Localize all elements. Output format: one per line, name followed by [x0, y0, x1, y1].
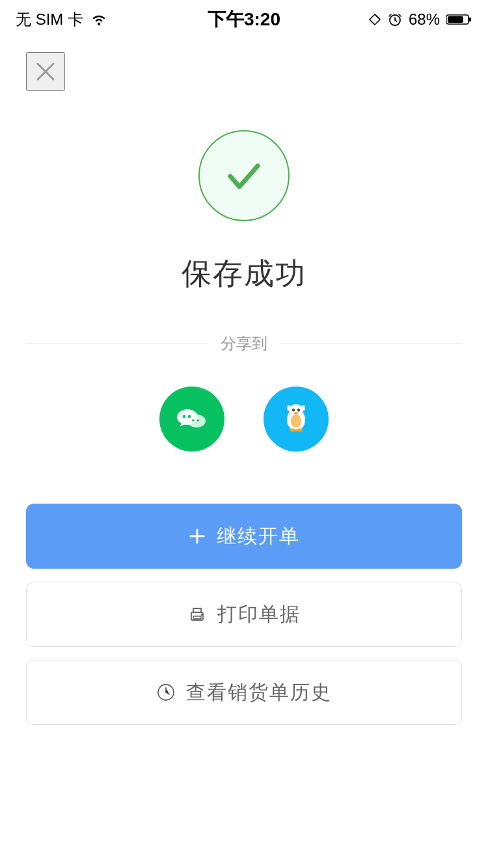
- svg-point-22: [301, 405, 305, 411]
- continue-button[interactable]: 继续开单: [26, 504, 462, 569]
- status-right: 68%: [368, 10, 472, 29]
- svg-point-17: [294, 412, 299, 414]
- close-icon: [34, 60, 57, 83]
- svg-point-15: [293, 409, 295, 410]
- battery-percent: 68%: [409, 10, 440, 29]
- svg-point-25: [201, 614, 203, 616]
- svg-point-21: [287, 405, 291, 411]
- share-icons: [26, 387, 462, 452]
- success-circle: [198, 130, 290, 221]
- divider-left: [26, 344, 208, 344]
- svg-point-14: [297, 409, 300, 412]
- svg-point-8: [188, 415, 191, 418]
- location-icon: [368, 13, 381, 26]
- wechat-icon: [173, 400, 211, 438]
- svg-rect-4: [448, 16, 463, 23]
- divider-right: [280, 344, 462, 344]
- svg-point-18: [291, 414, 301, 427]
- success-title: 保存成功: [182, 254, 306, 294]
- print-button[interactable]: 打印单据: [26, 582, 462, 647]
- history-icon: [156, 683, 176, 702]
- svg-point-9: [192, 419, 195, 422]
- action-buttons: 继续开单 打印单据 查看销货单历史: [26, 504, 462, 725]
- svg-point-10: [197, 419, 199, 422]
- checkmark-icon: [221, 153, 267, 198]
- no-sim-text: 无 SIM 卡: [16, 9, 83, 30]
- svg-point-19: [290, 429, 296, 432]
- svg-point-16: [299, 409, 300, 410]
- continue-label: 继续开单: [217, 523, 300, 550]
- plus-icon: [188, 527, 206, 545]
- success-section: 保存成功: [26, 130, 462, 294]
- history-label: 查看销货单历史: [186, 679, 332, 706]
- main-content: 保存成功 分享到: [0, 52, 488, 725]
- wechat-share-button[interactable]: [159, 387, 224, 452]
- svg-rect-24: [193, 616, 201, 619]
- qq-icon: [277, 400, 315, 438]
- svg-rect-3: [468, 18, 471, 21]
- alarm-icon: [388, 12, 402, 27]
- print-label: 打印单据: [217, 601, 301, 628]
- share-label: 分享到: [221, 333, 267, 354]
- print-icon: [187, 604, 207, 624]
- svg-point-13: [292, 409, 295, 412]
- close-button[interactable]: [26, 52, 65, 91]
- svg-point-7: [183, 415, 185, 418]
- svg-point-20: [296, 429, 303, 432]
- svg-point-0: [98, 23, 100, 25]
- share-section: 分享到: [26, 333, 462, 452]
- status-bar: 无 SIM 卡 下午3:20 68%: [0, 0, 488, 39]
- battery-icon: [446, 13, 472, 26]
- status-time: 下午3:20: [208, 7, 280, 32]
- history-button[interactable]: 查看销货单历史: [26, 660, 462, 725]
- status-left: 无 SIM 卡: [16, 9, 108, 30]
- share-divider: 分享到: [26, 333, 462, 354]
- wifi-icon: [90, 13, 108, 26]
- qq-share-button[interactable]: [264, 387, 329, 452]
